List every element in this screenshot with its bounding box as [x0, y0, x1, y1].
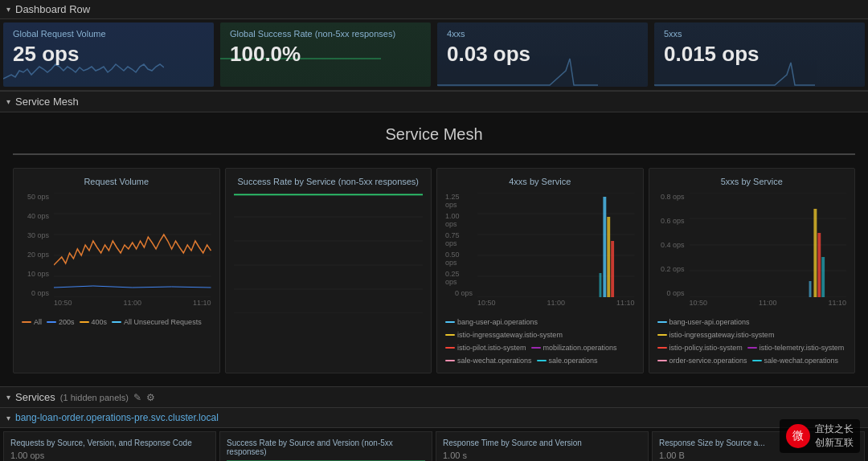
dashboard-row-title: Dashboard Row [15, 3, 90, 15]
request-volume-y-axis: 50 ops 40 ops 30 ops 20 ops 10 ops 0 ops [22, 193, 52, 297]
stat-card-0-title: Global Request Volume [13, 29, 204, 39]
services-settings-icon[interactable]: ⚙ [146, 392, 155, 403]
legend-dot-bang-user [445, 321, 455, 323]
5xxs-legend: bang-user-api.operations istio-ingressga… [657, 318, 847, 365]
5xxs-legend-dot-istio-policy [657, 347, 667, 349]
stat-card-1-value: 100.0% [230, 42, 421, 67]
legend-dot-all [22, 321, 31, 323]
legend-dot-sale-wechat [445, 360, 455, 361]
stat-card-2-title: 4xxs [447, 29, 638, 39]
5xxs-legend-dot-order-service [657, 360, 667, 361]
5xxs-legend-bang-user: bang-user-api.operations [657, 318, 750, 326]
watermark-logo: 微 [786, 424, 810, 448]
services-section-header: ▾ Services (1 hidden panels) ✎ ⚙ [0, 386, 868, 408]
request-volume-svg-area [54, 193, 211, 297]
service-instance-chevron[interactable]: ▾ [6, 414, 10, 422]
4xxs-legend: bang-user-api.operations istio-ingressga… [445, 318, 635, 365]
services-edit-icon[interactable]: ✎ [133, 392, 141, 403]
legend-item-istio-pilot: istio-pilot.istio-system [445, 344, 526, 352]
legend-item-200s: 200s [47, 318, 75, 326]
service-mesh-chevron[interactable]: ▾ [6, 97, 10, 106]
success-rate-title: Success Rate by Service (non-5xx respons… [234, 177, 424, 186]
legend-dot-istio-ingress [445, 334, 455, 336]
stats-row: Global Request Volume 25 ops Global Succ… [0, 19, 868, 91]
4xxs-chart: 4xxs by Service 1.25 ops 1.00 ops 0.75 o… [436, 168, 644, 373]
services-badge: (1 hidden panels) [60, 393, 129, 402]
4xxs-title: 4xxs by Service [445, 177, 635, 186]
stat-card-2-value: 0.03 ops [447, 42, 638, 67]
5xxs-svg-area [690, 193, 847, 297]
4xxs-svg [477, 193, 635, 297]
5xxs-legend-sale-wechat: sale-wechat.operations [752, 357, 839, 365]
legend-dot-sale [537, 360, 547, 361]
watermark: 微 宜技之长 创新互联 [780, 419, 860, 453]
4xxs-y-axis: 1.25 ops 1.00 ops 0.75 ops 0.50 ops 0.25… [445, 193, 476, 297]
request-volume-legend: All 200s 400s All Unsecured Requests [22, 318, 211, 326]
5xxs-chart-area: 0.8 ops 0.6 ops 0.4 ops 0.2 ops 0 ops [657, 193, 847, 313]
bottom-chart-2: Response Time by Source and Version 1.00… [436, 431, 649, 461]
legend-item-istio-ingress: istio-ingressgateway.istio-system [445, 331, 563, 339]
4xxs-x-axis: 10:50 11:00 11:10 [477, 299, 635, 313]
service-mesh-section-header[interactable]: ▾ Service Mesh [0, 91, 868, 112]
legend-item-bang-user: bang-user-api.operations [445, 318, 538, 326]
legend-item-mobilization: mobilization.operations [531, 344, 617, 352]
legend-dot-istio-pilot [445, 347, 455, 349]
dashboard-row-chevron[interactable]: ▾ [6, 5, 10, 14]
svg-rect-19 [607, 217, 610, 297]
legend-dot-200s [47, 321, 56, 323]
success-rate-chart-area [234, 193, 424, 313]
stat-card-0: Global Request Volume 25 ops [3, 22, 214, 87]
4xxs-svg-area [477, 193, 635, 297]
bottom-chart-1-title: Success Rate by Source and Version (non-… [227, 439, 425, 456]
5xxs-y-axis: 0.8 ops 0.6 ops 0.4 ops 0.2 ops 0 ops [657, 193, 688, 297]
service-mesh-panel: Service Mesh Request Volume 50 ops 40 op… [0, 112, 868, 386]
watermark-content: 宜技之长 创新互联 [815, 422, 854, 450]
request-volume-title: Request Volume [22, 177, 211, 186]
request-volume-x-axis: 10:50 11:00 11:10 [54, 299, 211, 313]
stat-card-2: 4xxs 0.03 ops [437, 22, 648, 87]
watermark-brand: 宜技之长 [815, 422, 854, 436]
legend-item-sale-wechat: sale-wechat.operations [445, 357, 532, 365]
5xxs-legend-order-service: order-service.operations [657, 357, 747, 365]
watermark-sub: 创新互联 [815, 436, 854, 450]
5xxs-legend-dot-sale-wechat [752, 360, 762, 361]
stat-card-0-value: 25 ops [13, 42, 204, 67]
request-volume-chart: Request Volume 50 ops 40 ops 30 ops 20 o… [13, 168, 220, 373]
service-instance-title: bang-loan-order.operations-pre.svc.clust… [15, 412, 219, 423]
legend-item-sale: sale.operations [537, 357, 598, 365]
request-volume-svg [54, 193, 211, 297]
success-rate-svg [234, 193, 424, 313]
charts-row: Request Volume 50 ops 40 ops 30 ops 20 o… [13, 168, 855, 373]
5xxs-legend-istio-policy: istio-policy.istio-system [657, 344, 743, 352]
request-volume-chart-area: 50 ops 40 ops 30 ops 20 ops 10 ops 0 ops [22, 193, 211, 313]
5xxs-legend-istio-ingress: istio-ingressgateway.istio-system [657, 331, 775, 339]
5xxs-legend-istio-telemetry: istio-telemetry.istio-system [747, 344, 844, 352]
service-mesh-section-label: Service Mesh [15, 96, 79, 108]
bottom-chart-1: Success Rate by Source and Version (non-… [219, 431, 432, 461]
svg-rect-20 [611, 241, 614, 297]
dashboard-row-header: ▾ Dashboard Row [0, 0, 868, 19]
legend-dot-400s [80, 321, 89, 323]
5xxs-legend-dot-istio-telemetry [747, 347, 757, 349]
svg-rect-30 [809, 281, 811, 297]
svg-rect-29 [821, 257, 825, 297]
bottom-chart-0-value: 1.00 ops [10, 451, 209, 460]
4xxs-chart-area: 1.25 ops 1.00 ops 0.75 ops 0.50 ops 0.25… [445, 193, 635, 313]
5xxs-legend-dot-istio-ingress [657, 334, 667, 336]
bottom-chart-0-title: Requests by Source, Version, and Respons… [10, 439, 209, 447]
5xxs-svg [690, 193, 847, 297]
bottom-chart-0: Requests by Source, Version, and Respons… [3, 431, 216, 461]
legend-dot-unsecured [112, 321, 121, 323]
bottom-chart-2-title: Response Time by Source and Version [443, 439, 641, 447]
services-chevron[interactable]: ▾ [6, 393, 10, 402]
legend-item-unsecured: All Unsecured Requests [112, 318, 202, 326]
stat-card-3: 5xxs 0.015 ops [654, 22, 865, 87]
svg-rect-27 [813, 209, 817, 297]
5xxs-legend-dot-bang-user [657, 321, 667, 323]
service-mesh-title: Service Mesh [13, 125, 855, 155]
success-rate-chart: Success Rate by Service (non-5xx respons… [225, 168, 432, 373]
stat-card-3-title: 5xxs [664, 29, 855, 39]
bottom-charts-row: Requests by Source, Version, and Respons… [0, 428, 868, 461]
bottom-chart-2-value: 1.00 s [443, 451, 641, 460]
stat-card-1-title: Global Success Rate (non-5xx responses) [230, 29, 421, 39]
